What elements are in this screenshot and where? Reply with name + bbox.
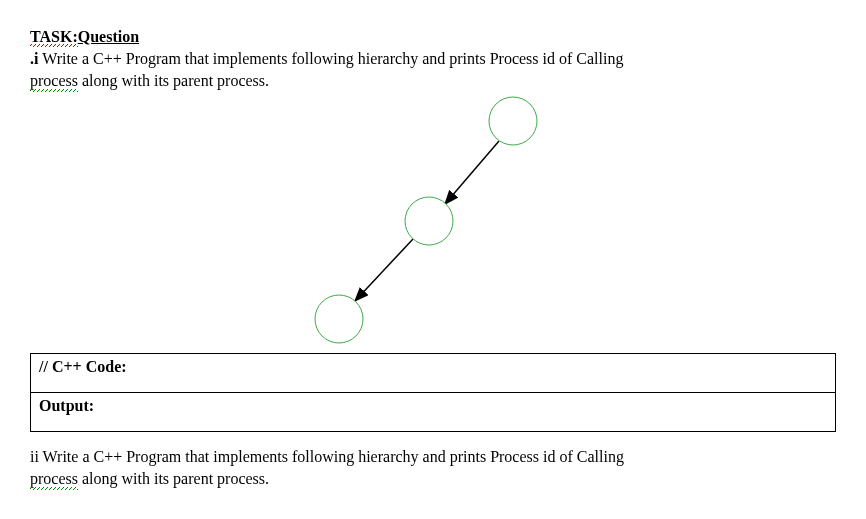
question-word: Question bbox=[78, 28, 139, 45]
code-cell: // C++ Code: bbox=[31, 354, 835, 393]
code-output-box: // C++ Code: Output: bbox=[30, 353, 836, 432]
output-cell: Output: bbox=[31, 393, 835, 431]
question-2-text: ii Write a C++ Program that implements f… bbox=[30, 446, 836, 489]
process-node bbox=[315, 295, 363, 343]
task-prefix: TASK: bbox=[30, 28, 78, 46]
diagram-svg bbox=[243, 91, 623, 351]
output-label: Output: bbox=[39, 397, 94, 414]
arrow bbox=[355, 239, 413, 301]
q1-text-2: along with its parent process. bbox=[78, 72, 269, 89]
hierarchy-diagram bbox=[30, 91, 836, 351]
q2-text-1: Write a C++ Program that implements foll… bbox=[39, 448, 624, 465]
q2-process-word: process bbox=[30, 468, 78, 490]
arrow bbox=[445, 141, 499, 204]
code-label: // C++ Code: bbox=[39, 358, 127, 375]
q1-process-word: process bbox=[30, 70, 78, 92]
task-heading: TASK:Question bbox=[30, 28, 139, 46]
process-node bbox=[489, 97, 537, 145]
q2-text-2: along with its parent process. bbox=[78, 470, 269, 487]
question-1-text: .i Write a C++ Program that implements f… bbox=[30, 48, 836, 91]
q2-bullet: ii bbox=[30, 448, 39, 465]
process-node bbox=[405, 197, 453, 245]
q1-text-1: Write a C++ Program that implements foll… bbox=[38, 50, 623, 67]
